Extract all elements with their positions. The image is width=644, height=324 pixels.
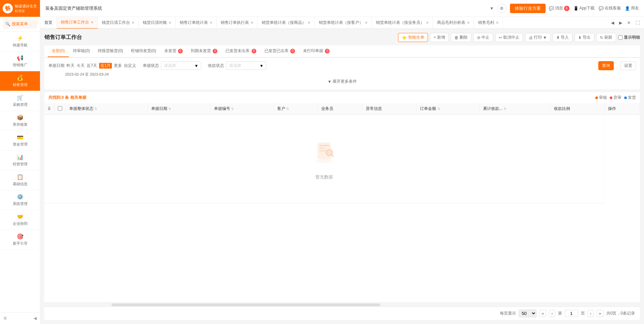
show-detail-checkbox[interactable] <box>618 35 622 40</box>
status-col-header[interactable]: 单据整体状态 <box>66 103 148 115</box>
tab-sales-by-product[interactable]: 销货单统计表（按商品） ✕ <box>258 17 315 29</box>
tab-profit-analysis[interactable]: 商品毛利分析表 ✕ <box>433 17 474 29</box>
date-1month[interactable]: 近1月 <box>99 63 112 69</box>
query-button[interactable]: 查询 <box>598 61 614 70</box>
date-custom[interactable]: 自定义 <box>124 63 136 69</box>
customer-col-header[interactable]: 客户 <box>273 103 318 115</box>
settings-filter-button[interactable]: 设置 <box>620 61 636 70</box>
topbar-settings-icon[interactable]: ⚙ <box>497 4 507 13</box>
select-all-checkbox[interactable] <box>58 106 62 111</box>
smart-create-button[interactable]: ⭐ 智能生单 <box>398 33 428 42</box>
tab-sales-gross[interactable]: 销售毛利 ✕ <box>474 17 503 29</box>
ship-action-btn[interactable]: 发货 <box>624 95 636 100</box>
sidebar-item-quick-nav[interactable]: ⚡ 快捷导航 <box>0 32 40 51</box>
payment-select[interactable]: 请选择 ▼ <box>226 62 266 70</box>
tab-fullscreen-btn[interactable]: ⛶ <box>634 20 641 26</box>
trial-button[interactable]: 体验行业方案 <box>510 4 546 13</box>
date-today[interactable]: 今天 <box>77 63 85 69</box>
sidebar-item-finance[interactable]: 💳 资金管理 <box>0 131 40 151</box>
sidebar-item-marketing[interactable]: 📢 营销推广 <box>0 51 40 71</box>
settings-gear-icon[interactable]: ⚙ <box>3 316 7 321</box>
received-col-header[interactable]: 累计收款... <box>479 103 550 115</box>
sidebar-item-purchase[interactable]: 🛒 采购管理 <box>0 91 40 111</box>
page-size-select[interactable]: 50 10 20 100 <box>519 310 536 317</box>
tab-next-btn[interactable]: ▶ <box>617 20 624 26</box>
date-yesterday[interactable]: 昨天 <box>67 63 75 69</box>
subtab-wangpu[interactable]: 旺铺待发货(0) <box>127 45 160 57</box>
subtab-expired-not-shipped[interactable]: 到期未发货 0 <box>187 45 221 57</box>
sidebar-item-inventory[interactable]: 📦 库存核算 <box>0 111 40 131</box>
current-page-input[interactable] <box>565 310 578 317</box>
export-button[interactable]: ⬇ 导出 <box>574 33 594 42</box>
tab-close-sales-by-product[interactable]: ✕ <box>308 21 310 25</box>
subtab-not-printed[interactable]: 未打印单据 0 <box>299 45 334 57</box>
date-range-display: 2023-02-24 至 2023-03-24 <box>48 72 636 77</box>
tab-close-sales-stats[interactable]: ✕ <box>210 21 212 25</box>
tab-close-sales-by-staff[interactable]: ✕ <box>426 21 429 25</box>
sidebar-item-operations[interactable]: 📊 经营管理 <box>0 151 40 170</box>
tab-close-profit-analysis[interactable]: ✕ <box>467 21 470 25</box>
tab-close-all-btn[interactable]: ✕ <box>626 20 632 26</box>
app-download-btn[interactable]: 📱 App下载 <box>573 5 595 11</box>
tab-prev-btn[interactable]: ◀ <box>609 20 616 26</box>
subtab-pending-inspect[interactable]: 待拣货验货(0) <box>94 45 127 57</box>
next-page-btn[interactable]: › <box>588 310 594 317</box>
add-button[interactable]: + 新增 <box>430 33 449 42</box>
import-button[interactable]: ⬆ 导入 <box>553 33 572 42</box>
dropdown-arrow-icon[interactable]: ▼ <box>490 6 494 11</box>
review-action-btn[interactable]: 审核 <box>595 95 607 100</box>
amount-col-header[interactable]: 订单金额 <box>417 103 480 115</box>
expired-not-shipped-badge: 0 <box>213 49 217 53</box>
number-col-header[interactable]: 单据编号 <box>211 103 274 115</box>
refresh-button[interactable]: ↻ 刷新 <box>596 33 616 42</box>
expand-filter-button[interactable]: ▼ 展开更多条件 <box>328 79 357 84</box>
subtab-not-shipped[interactable]: 未发货 0 <box>160 45 187 57</box>
sidebar-item-system[interactable]: ⚙️ 系统管理 <box>0 190 40 210</box>
status-select[interactable]: 请选择 ▼ <box>161 62 201 70</box>
tab-home[interactable]: 首页 <box>40 17 57 29</box>
first-page-btn[interactable]: « <box>539 310 546 317</box>
date-7days[interactable]: 近7天 <box>87 63 97 69</box>
tab-close-sales-workbench[interactable]: ✕ <box>91 21 93 24</box>
subtab-all[interactable]: 全部(0) <box>48 45 69 57</box>
sidebar-item-enterprise[interactable]: 🤝 企业协同 <box>0 210 40 230</box>
sidebar-item-sales[interactable]: 💰 销售管理 <box>0 71 40 91</box>
tab-sales-workbench[interactable]: 销售订单工作台 ✕ <box>57 17 98 29</box>
tab-close-sales-by-customer[interactable]: ✕ <box>365 21 368 25</box>
date-col-header[interactable]: 单据日期 <box>147 103 211 115</box>
search-menu-button[interactable]: 🔍 搜索菜单 <box>3 19 37 29</box>
operation-col-header: 操作 <box>604 103 640 115</box>
online-service-btn[interactable]: 💬 在线客服 <box>599 5 621 11</box>
sidebar-item-basic[interactable]: 📋 基础信息 <box>0 170 40 190</box>
status-filter-label: 单据状态 <box>143 63 159 69</box>
cancel-stop-button[interactable]: ↩ 取消中止 <box>495 33 523 42</box>
star-icon: ⭐ <box>402 35 407 40</box>
last-page-btn[interactable]: » <box>596 310 603 317</box>
user-avatar[interactable]: 👤 用友 <box>625 5 639 11</box>
subtab-shipped-not-out[interactable]: 已发货未出库 0 <box>221 45 260 57</box>
message-btn[interactable]: 💬 消息 6 <box>549 5 569 11</box>
date-more[interactable]: 更多 <box>114 63 122 69</box>
tab-cash-daily[interactable]: 钱货日清工作台 ✕ <box>98 17 139 29</box>
horizontal-scrollbar[interactable] <box>44 302 640 307</box>
stop-button[interactable]: ⊘ 中止 <box>473 33 493 42</box>
sidebar: 畅 畅捷通好生意 标准版 🔍 搜索菜单 ⚡ 快捷导航 📢 营销推广 💰 销售管理… <box>0 0 40 324</box>
delete-button[interactable]: 🗑 删除 <box>451 33 471 42</box>
tab-sales-exec[interactable]: 销售订单执行表 ✕ <box>217 17 258 29</box>
prev-page-btn[interactable]: ‹ <box>549 310 555 317</box>
tab-sales-stats[interactable]: 销售订单统计表 ✕ <box>176 17 217 29</box>
tab-cash-reconcile[interactable]: 钱货日清对账 ✕ <box>139 17 176 29</box>
tab-sales-by-customer[interactable]: 销货单统计表（按客户） ✕ <box>315 17 372 29</box>
collapse-sidebar-icon[interactable]: ◀ <box>34 316 37 321</box>
show-detail-label[interactable]: 显示明细 <box>618 35 640 40</box>
tab-close-sales-gross[interactable]: ✕ <box>496 21 499 25</box>
subtab-pending-review[interactable]: 待审核(0) <box>69 45 94 57</box>
tab-close-sales-exec[interactable]: ✕ <box>251 21 253 25</box>
tab-close-cash-daily[interactable]: ✕ <box>132 21 134 25</box>
subtab-shipped-out[interactable]: 已发货已出库 0 <box>260 45 299 57</box>
tab-close-cash-reconcile[interactable]: ✕ <box>169 21 171 25</box>
tab-sales-by-staff[interactable]: 销货单统计表（按业务员） ✕ <box>372 17 433 29</box>
print-button[interactable]: 🖨 打印 ▼ <box>525 33 551 42</box>
sidebar-item-guide[interactable]: 🎯 新手引导 <box>0 230 40 250</box>
cancel-review-action-btn[interactable]: 弃审 <box>610 95 621 100</box>
